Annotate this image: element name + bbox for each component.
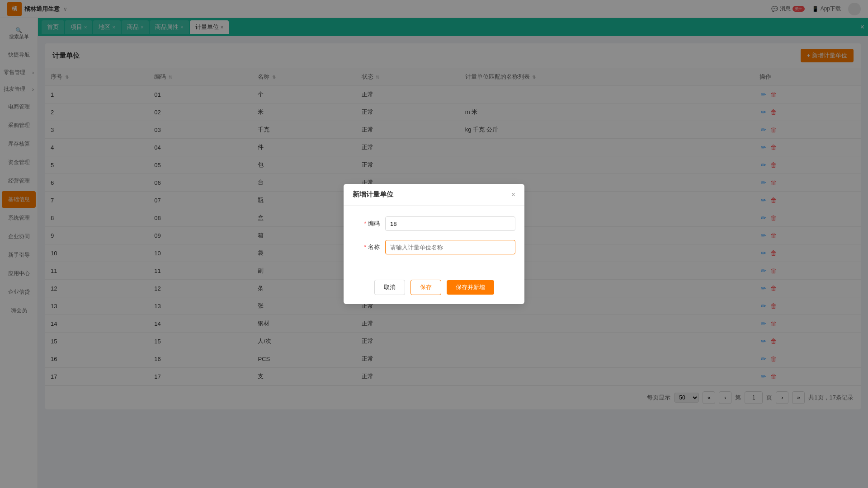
dialog-footer: 取消 保存 保存并新增 <box>344 274 524 304</box>
dialog-header: 新增计量单位 × <box>344 184 524 206</box>
form-item-code: 编码 <box>353 216 515 231</box>
form-item-name: 名称 <box>353 240 515 254</box>
save-button[interactable]: 保存 <box>410 280 441 295</box>
code-label: 编码 <box>353 220 380 228</box>
code-input[interactable] <box>385 216 515 231</box>
dialog-title: 新增计量单位 <box>353 190 393 199</box>
name-label: 名称 <box>353 243 380 251</box>
modal-overlay[interactable]: 新增计量单位 × 编码 名称 取消 保存 保存并新增 <box>0 0 868 488</box>
cancel-button[interactable]: 取消 <box>374 280 405 295</box>
save-new-button[interactable]: 保存并新增 <box>447 280 494 295</box>
name-input[interactable] <box>385 240 515 254</box>
dialog-close-button[interactable]: × <box>511 191 515 199</box>
dialog-body: 编码 名称 <box>344 206 524 274</box>
dialog: 新增计量单位 × 编码 名称 取消 保存 保存并新增 <box>344 184 524 304</box>
